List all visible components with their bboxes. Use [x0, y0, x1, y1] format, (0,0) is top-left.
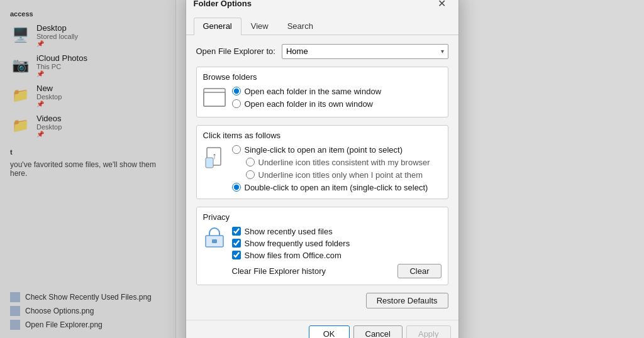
- dialog-titlebar: Folder Options ✕: [186, 0, 458, 13]
- privacy-section: Privacy Show recently used files: [196, 207, 448, 285]
- click-items-options: Single-click to open an item (point to s…: [232, 145, 430, 192]
- radio-underline-point[interactable]: Underline icon titles only when I point …: [246, 170, 430, 180]
- dialog-body: Open File Explorer to: Home ▾ Browse fol…: [186, 35, 458, 320]
- folder-icon: [203, 88, 226, 111]
- radio-single-click-input[interactable]: [232, 145, 241, 154]
- radio-own-window-input[interactable]: [232, 99, 241, 108]
- radio-own-window-label: Open each folder in its own window: [245, 99, 374, 109]
- chevron-down-icon: ▾: [441, 48, 444, 55]
- cursor-icon: ↑: [203, 145, 226, 170]
- radio-same-window[interactable]: Open each folder in the same window: [232, 87, 382, 96]
- browse-folders-inner: Open each folder in the same window Open…: [203, 87, 441, 111]
- clear-row: Clear File Explorer history Clear: [232, 264, 441, 278]
- clear-button[interactable]: Clear: [397, 264, 441, 278]
- radio-underline-consistent-label: Underline icon titles consistent with my…: [258, 158, 430, 167]
- apply-button[interactable]: Apply: [406, 325, 451, 339]
- browse-folders-options: Open each folder in the same window Open…: [232, 87, 382, 109]
- radio-double-click-label: Double-click to open an item (single-cli…: [245, 183, 428, 192]
- radio-double-click-input[interactable]: [232, 183, 241, 192]
- checkbox-recently-used-label: Show recently used files: [245, 227, 333, 236]
- dialog-title: Folder Options: [194, 0, 252, 8]
- checkbox-frequently-used-input[interactable]: [232, 239, 241, 248]
- radio-double-click[interactable]: Double-click to open an item (single-cli…: [232, 183, 430, 192]
- browse-folders-legend: Browse folders: [203, 72, 441, 82]
- radio-same-window-label: Open each folder in the same window: [245, 87, 382, 96]
- open-explorer-select[interactable]: Home ▾: [282, 44, 448, 59]
- radio-underline-point-input[interactable]: [246, 170, 255, 179]
- radio-underline-consistent-input[interactable]: [246, 158, 255, 166]
- checkbox-frequently-used-label: Show frequently used folders: [245, 239, 350, 248]
- radio-underline-consistent[interactable]: Underline icon titles consistent with my…: [246, 158, 430, 167]
- click-items-section: Click items as follows ↑ Single-click to…: [196, 125, 448, 199]
- svg-rect-6: [212, 239, 217, 243]
- close-button[interactable]: ✕: [433, 0, 451, 13]
- tab-view[interactable]: View: [242, 18, 278, 35]
- checkbox-office-label: Show files from Office.com: [245, 251, 341, 260]
- click-items-legend: Click items as follows: [203, 131, 441, 140]
- radio-single-click[interactable]: Single-click to open an item (point to s…: [232, 145, 430, 155]
- folder-options-dialog: Folder Options ✕ General View Search Ope…: [186, 0, 459, 338]
- checkbox-office[interactable]: Show files from Office.com: [232, 251, 441, 260]
- open-explorer-label: Open File Explorer to:: [196, 46, 275, 56]
- checkbox-recently-used[interactable]: Show recently used files: [232, 227, 441, 236]
- radio-underline-point-label: Underline icon titles only when I point …: [258, 170, 423, 180]
- privacy-legend: Privacy: [203, 212, 441, 222]
- tab-general[interactable]: General: [194, 18, 242, 35]
- browse-folders-section: Browse folders Open each folder in the s…: [196, 67, 448, 117]
- modal-overlay: Folder Options ✕ General View Search Ope…: [0, 0, 644, 338]
- clear-history-label: Clear File Explorer history: [232, 266, 326, 276]
- checkbox-recently-used-input[interactable]: [232, 227, 241, 236]
- open-explorer-row: Open File Explorer to: Home ▾: [196, 44, 448, 59]
- restore-row: Restore Defaults: [196, 293, 448, 308]
- checkbox-office-input[interactable]: [232, 251, 241, 259]
- privacy-options: Show recently used files Show frequently…: [232, 227, 441, 278]
- open-explorer-value: Home: [286, 46, 308, 56]
- dialog-footer: OK Cancel Apply: [186, 320, 458, 339]
- privacy-icon: [203, 227, 226, 249]
- svg-rect-1: [204, 92, 225, 106]
- radio-single-click-label: Single-click to open an item (point to s…: [245, 145, 402, 155]
- click-items-inner: ↑ Single-click to open an item (point to…: [203, 145, 441, 192]
- tab-search[interactable]: Search: [278, 18, 323, 35]
- checkbox-frequently-used[interactable]: Show frequently used folders: [232, 239, 441, 248]
- restore-defaults-button[interactable]: Restore Defaults: [366, 293, 448, 308]
- privacy-inner: Show recently used files Show frequently…: [203, 227, 441, 278]
- svg-rect-4: [206, 158, 213, 168]
- radio-own-window[interactable]: Open each folder in its own window: [232, 99, 382, 109]
- cancel-button[interactable]: Cancel: [353, 325, 402, 339]
- radio-same-window-input[interactable]: [232, 87, 241, 95]
- ok-button[interactable]: OK: [309, 325, 350, 339]
- dialog-tabs: General View Search: [186, 13, 458, 35]
